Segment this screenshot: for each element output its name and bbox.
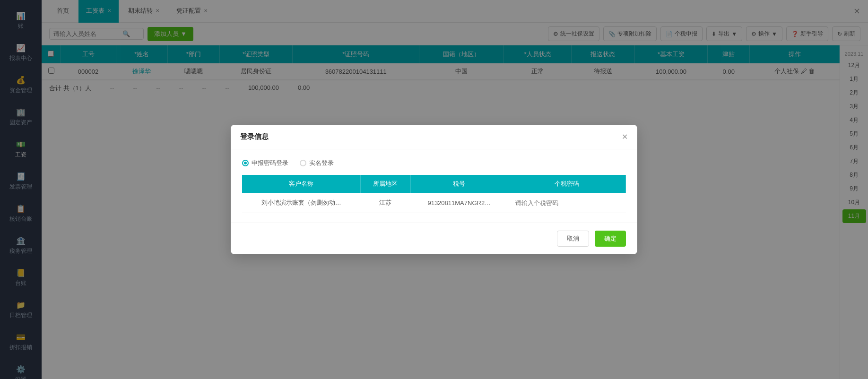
dialog-body: 申报密码登录 实名登录 客户名称 所属地区 税号 个税密码	[231, 149, 637, 223]
dialog-footer: 取消 确定	[231, 223, 637, 254]
dialog-col-region: 所属地区	[360, 175, 410, 193]
radio-realname-dot	[300, 160, 306, 166]
dialog-col-password: 个税密码	[508, 175, 625, 193]
dialog-close-button[interactable]: ✕	[622, 132, 628, 141]
radio-password-login[interactable]: 申报密码登录	[242, 159, 288, 167]
dialog-row-region: 江苏	[360, 193, 410, 213]
radio-group: 申报密码登录 实名登录	[242, 159, 626, 167]
password-field[interactable]	[515, 199, 618, 207]
dialog-row-password-input[interactable]	[508, 193, 625, 213]
dialog-row-name: 刘小艳演示账套（勿删勿动…	[242, 193, 360, 213]
dialog-table-row: 刘小艳演示账套（勿删勿动… 江苏 91320811MA7NGR2…	[242, 193, 626, 213]
dialog-table-header: 客户名称 所属地区 税号 个税密码	[242, 175, 626, 193]
dialog-title: 登录信息	[240, 132, 269, 141]
login-dialog: 登录信息 ✕ 申报密码登录 实名登录 客户名称 所属	[231, 125, 637, 254]
dialog-col-name: 客户名称	[242, 175, 360, 193]
confirm-button[interactable]: 确定	[595, 231, 626, 247]
dialog-row-tax-no: 91320811MA7NGR2…	[410, 193, 508, 213]
dialog-table: 客户名称 所属地区 税号 个税密码 刘小艳演示账套（勿删勿动… 江苏 91320…	[242, 175, 626, 213]
dialog-col-tax-no: 税号	[410, 175, 508, 193]
radio-realname-login[interactable]: 实名登录	[300, 159, 334, 167]
dialog-header: 登录信息 ✕	[231, 125, 637, 149]
radio-password-dot	[242, 160, 249, 166]
dialog-overlay: 登录信息 ✕ 申报密码登录 实名登录 客户名称 所属	[0, 0, 868, 379]
cancel-button[interactable]: 取消	[557, 231, 589, 247]
